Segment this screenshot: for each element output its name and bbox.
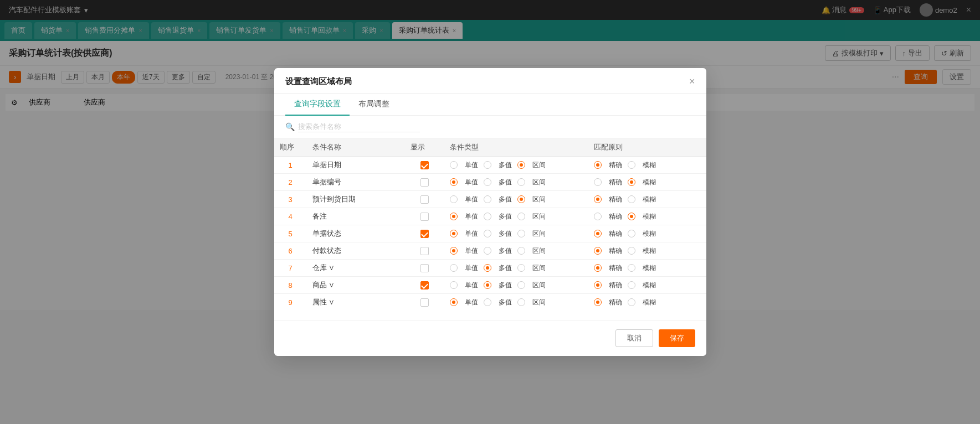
- match-radio-label-fuzzy: 模糊: [643, 212, 656, 221]
- dialog: 设置查询区域布局 × 查询字段设置 布局调整 🔍 顺序 条件名称: [274, 68, 706, 310]
- match-radio-label-exact: 精确: [609, 229, 622, 239]
- cell-display[interactable]: [405, 294, 444, 311]
- display-checkbox[interactable]: [420, 213, 429, 221]
- cell-name: 商品 ∨: [307, 277, 405, 294]
- match-radio-fuzzy[interactable]: [628, 264, 635, 272]
- type-radio-multi[interactable]: [484, 161, 491, 169]
- dialog-tab-layout[interactable]: 布局调整: [350, 94, 398, 116]
- type-radio-range[interactable]: [517, 298, 525, 306]
- type-radio-label-single: 单值: [465, 161, 478, 170]
- match-radio-exact[interactable]: [594, 161, 602, 169]
- th-name: 条件名称: [307, 138, 405, 157]
- match-radio-exact[interactable]: [594, 281, 602, 289]
- cell-display[interactable]: [405, 191, 444, 208]
- type-radio-range[interactable]: [517, 247, 525, 255]
- th-type: 条件类型: [444, 138, 588, 157]
- type-radio-multi[interactable]: [484, 298, 491, 306]
- table-row: 2单据编号单值多值区间精确模糊: [274, 174, 706, 191]
- type-radio-multi[interactable]: [484, 178, 491, 186]
- cell-name: 单据日期: [307, 157, 405, 174]
- type-radio-multi[interactable]: [484, 230, 491, 237]
- type-radio-label-range: 区间: [532, 229, 546, 239]
- cell-display[interactable]: [405, 242, 444, 260]
- type-radio-label-single: 单值: [465, 246, 478, 256]
- cell-name: 单据编号: [307, 174, 405, 191]
- type-radio-multi[interactable]: [484, 264, 491, 272]
- match-radio-exact[interactable]: [594, 264, 602, 272]
- match-radio-exact[interactable]: [594, 247, 602, 255]
- display-checkbox[interactable]: [420, 247, 429, 255]
- dialog-close-button[interactable]: ×: [689, 76, 695, 87]
- type-radio-range[interactable]: [517, 178, 525, 186]
- display-checkbox[interactable]: [420, 230, 429, 238]
- type-radio-single[interactable]: [450, 298, 458, 306]
- display-checkbox[interactable]: [420, 178, 429, 187]
- type-radio-single[interactable]: [450, 230, 458, 237]
- cell-type: 单值多值区间: [444, 277, 588, 294]
- dialog-tab-query-fields[interactable]: 查询字段设置: [285, 94, 350, 116]
- dialog-overlay: 设置查询区域布局 × 查询字段设置 布局调整 🔍 顺序 条件名称: [0, 0, 980, 310]
- match-radio-fuzzy[interactable]: [628, 161, 635, 169]
- match-radio-exact[interactable]: [594, 230, 602, 237]
- cell-display[interactable]: [405, 277, 444, 294]
- display-checkbox[interactable]: [420, 298, 429, 307]
- cell-match: 精确模糊: [588, 191, 706, 208]
- type-radio-range[interactable]: [517, 281, 525, 289]
- search-icon: 🔍: [285, 122, 295, 131]
- display-checkbox[interactable]: [420, 161, 429, 169]
- display-checkbox[interactable]: [420, 281, 429, 289]
- display-checkbox[interactable]: [420, 264, 429, 272]
- match-radio-exact[interactable]: [594, 213, 602, 220]
- match-radio-exact[interactable]: [594, 298, 602, 306]
- match-radio-fuzzy[interactable]: [628, 298, 635, 306]
- match-radio-exact[interactable]: [594, 195, 602, 203]
- type-radio-multi[interactable]: [484, 195, 491, 203]
- match-radio-fuzzy[interactable]: [628, 213, 635, 220]
- search-input[interactable]: [298, 121, 420, 132]
- cell-match: 精确模糊: [588, 242, 706, 260]
- type-radio-label-multi: 多值: [499, 195, 512, 204]
- match-radio-fuzzy[interactable]: [628, 247, 635, 255]
- type-radio-single[interactable]: [450, 195, 458, 203]
- type-radio-single[interactable]: [450, 178, 458, 186]
- type-radio-range[interactable]: [517, 195, 525, 203]
- type-radio-single[interactable]: [450, 264, 458, 272]
- cell-display[interactable]: [405, 208, 444, 225]
- cell-display[interactable]: [405, 260, 444, 277]
- match-radio-label-fuzzy: 模糊: [643, 161, 656, 170]
- cell-display[interactable]: [405, 225, 444, 242]
- table-row: 8商品 ∨单值多值区间精确模糊: [274, 277, 706, 294]
- type-radio-single[interactable]: [450, 213, 458, 220]
- type-radio-label-range: 区间: [532, 281, 546, 290]
- cell-display[interactable]: [405, 174, 444, 191]
- table-row: 7仓库 ∨单值多值区间精确模糊: [274, 260, 706, 277]
- table-row: 9属性 ∨单值多值区间精确模糊: [274, 294, 706, 311]
- type-radio-label-multi: 多值: [499, 161, 512, 170]
- match-radio-fuzzy[interactable]: [628, 281, 635, 289]
- cell-order: 9: [274, 294, 307, 311]
- match-radio-label-fuzzy: 模糊: [643, 229, 656, 239]
- type-radio-range[interactable]: [517, 213, 525, 220]
- type-radio-single[interactable]: [450, 161, 458, 169]
- type-radio-single[interactable]: [450, 281, 458, 289]
- match-radio-fuzzy[interactable]: [628, 230, 635, 237]
- cell-match: 精确模糊: [588, 208, 706, 225]
- type-radio-range[interactable]: [517, 264, 525, 272]
- type-radio-multi[interactable]: [484, 247, 491, 255]
- match-radio-label-exact: 精确: [609, 178, 622, 187]
- cell-name: 备注: [307, 208, 405, 225]
- match-radio-exact[interactable]: [594, 178, 602, 186]
- cell-display[interactable]: [405, 157, 444, 174]
- match-radio-label-fuzzy: 模糊: [643, 195, 656, 204]
- type-radio-range[interactable]: [517, 230, 525, 237]
- type-radio-single[interactable]: [450, 247, 458, 255]
- match-radio-fuzzy[interactable]: [628, 178, 635, 186]
- display-checkbox[interactable]: [420, 195, 429, 204]
- type-radio-multi[interactable]: [484, 213, 491, 220]
- cell-type: 单值多值区间: [444, 225, 588, 242]
- cell-order: 3: [274, 191, 307, 208]
- match-radio-label-exact: 精确: [609, 263, 622, 273]
- type-radio-range[interactable]: [517, 161, 525, 169]
- match-radio-fuzzy[interactable]: [628, 195, 635, 203]
- type-radio-multi[interactable]: [484, 281, 491, 289]
